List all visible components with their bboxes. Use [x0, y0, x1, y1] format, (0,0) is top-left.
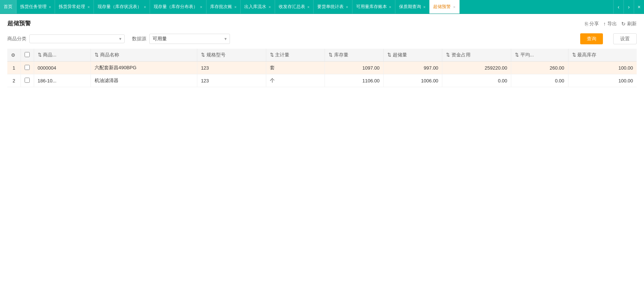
- nav-next-button[interactable]: ›: [623, 0, 634, 14]
- capital-cell: 0.00: [442, 74, 511, 87]
- unit-cell: 个: [266, 74, 325, 87]
- nav-home[interactable]: 首页: [0, 0, 17, 14]
- share-icon: ⎘: [585, 21, 588, 27]
- avg-cell: 0.00: [511, 74, 568, 87]
- chevron-down-icon: ▾: [224, 36, 227, 41]
- category-filter: 商品分类 ▾: [7, 34, 125, 43]
- table-row: 1 0000004 六配套新昌490BPG 123 套 1097.00 997.…: [7, 62, 637, 74]
- page-title: 超储预警: [7, 20, 31, 27]
- max-stock-cell: 100.00: [568, 62, 637, 74]
- spec-cell: 123: [197, 74, 266, 87]
- category-label: 商品分类: [7, 36, 26, 42]
- nav-collect-summary[interactable]: 收发存汇总表 ×: [275, 0, 314, 14]
- close-icon[interactable]: ×: [87, 5, 89, 9]
- datasource-label: 数据源: [132, 36, 146, 42]
- column-avg[interactable]: ⇅ 平均...: [511, 49, 568, 62]
- data-table: ⚙ ⇅ 商品... ⇅ 商品名称 ⇅ 规格型号 ⇅ 主计量 ⇅: [7, 49, 637, 87]
- row-checkbox-cell[interactable]: [21, 74, 34, 87]
- table-header-row: ⚙ ⇅ 商品... ⇅ 商品名称 ⇅ 规格型号 ⇅ 主计量 ⇅: [7, 49, 637, 62]
- filter-row: 商品分类 ▾ 数据源 可用量 ▾ 查询 设置: [7, 33, 637, 44]
- nav-close-button[interactable]: ×: [634, 0, 644, 14]
- close-icon[interactable]: ×: [144, 5, 146, 9]
- nav-inventory-status[interactable]: 现存量（库存状况表） ×: [94, 0, 150, 14]
- product-name-cell: 六配套新昌490BPG: [91, 62, 197, 74]
- column-unit[interactable]: ⇅ 主计量: [266, 49, 325, 62]
- row-num-cell: 2: [7, 74, 21, 87]
- nav-overstock-warning[interactable]: 超储预警 ×: [429, 0, 459, 14]
- row-num-cell: 1: [7, 62, 21, 74]
- row-checkbox[interactable]: [25, 78, 30, 83]
- close-icon[interactable]: ×: [307, 5, 310, 9]
- row-checkbox-cell[interactable]: [21, 62, 34, 74]
- product-code-cell: 186-10...: [34, 74, 91, 87]
- export-button[interactable]: ↑ 导出: [603, 21, 617, 27]
- nav-inventory-dist[interactable]: 现存量（库存分布表） ×: [150, 0, 206, 14]
- category-select[interactable]: ▾: [29, 34, 125, 43]
- max-stock-cell: 100.00: [568, 74, 637, 87]
- nav-picking-exception[interactable]: 拣货异常处理 ×: [55, 0, 94, 14]
- stock-cell: 1097.00: [325, 62, 383, 74]
- column-gear[interactable]: ⚙: [7, 49, 21, 62]
- nav-available-account[interactable]: 可用量库存账本 ×: [352, 0, 395, 14]
- share-button[interactable]: ⎘ 分享: [585, 21, 599, 27]
- column-stock[interactable]: ⇅ 库存量: [325, 49, 383, 62]
- nav-expiry-query[interactable]: 保质期查询 ×: [395, 0, 429, 14]
- close-icon[interactable]: ×: [389, 5, 391, 9]
- close-icon[interactable]: ×: [234, 5, 237, 9]
- stock-cell: 1106.00: [325, 74, 383, 87]
- datasource-select[interactable]: 可用量 ▾: [149, 34, 230, 44]
- product-name-cell: 机油滤清器: [91, 74, 197, 87]
- gear-icon: ⚙: [11, 52, 15, 58]
- column-capital[interactable]: ⇅ 资金占用: [442, 49, 511, 62]
- capital-cell: 259220.00: [442, 62, 511, 74]
- datasource-value: 可用量: [153, 36, 167, 42]
- column-spec[interactable]: ⇅ 规格型号: [197, 49, 266, 62]
- spec-cell: 123: [197, 62, 266, 74]
- overstock-cell: 997.00: [384, 62, 442, 74]
- close-icon[interactable]: ×: [268, 5, 271, 9]
- close-icon[interactable]: ×: [49, 5, 51, 9]
- column-product-name[interactable]: ⇅ 商品名称: [91, 49, 197, 62]
- avg-cell: 260.00: [511, 62, 568, 74]
- product-code-cell: 0000004: [34, 62, 91, 74]
- select-all-checkbox[interactable]: [25, 52, 30, 57]
- close-icon[interactable]: ×: [346, 5, 348, 9]
- close-icon[interactable]: ×: [423, 5, 425, 9]
- column-checkbox-all[interactable]: [21, 49, 34, 62]
- query-button[interactable]: 查询: [580, 33, 603, 44]
- close-icon[interactable]: ×: [200, 5, 202, 9]
- overstock-cell: 1006.00: [384, 74, 442, 87]
- header-actions: ⎘ 分享 ↑ 导出 ↻ 刷新: [585, 21, 637, 27]
- nav-inventory-batch[interactable]: 库存批次账 ×: [206, 0, 241, 14]
- unit-cell: 套: [266, 62, 325, 74]
- nav-picking-task[interactable]: 拣货任务管理 ×: [17, 0, 55, 14]
- refresh-button[interactable]: ↻ 刷新: [621, 21, 637, 27]
- column-overstock[interactable]: ⇅ 超储量: [384, 49, 442, 62]
- nav-order-stats[interactable]: 要货单统计表 ×: [314, 0, 352, 14]
- table-row: 2 186-10... 机油滤清器 123 个 1106.00 1006.00 …: [7, 74, 637, 87]
- nav-inout-flow[interactable]: 出入库流水 ×: [241, 0, 275, 14]
- nav-prev-button[interactable]: ‹: [613, 0, 623, 14]
- column-product-code[interactable]: ⇅ 商品...: [34, 49, 91, 62]
- nav-arrows: ‹ › ×: [613, 0, 644, 14]
- refresh-icon: ↻: [621, 21, 626, 27]
- chevron-down-icon: ▾: [119, 36, 121, 41]
- column-max-stock[interactable]: ⇅ 最高库存: [568, 49, 637, 62]
- close-icon[interactable]: ×: [453, 5, 455, 9]
- page-content: 超储预警 ⎘ 分享 ↑ 导出 ↻ 刷新 商品分类 ▾ 数据源: [0, 14, 644, 293]
- datasource-filter: 数据源 可用量 ▾: [132, 34, 230, 44]
- top-navigation: 首页 拣货任务管理 × 拣货异常处理 × 现存量（库存状况表） × 现存量（库存…: [0, 0, 644, 14]
- export-icon: ↑: [603, 21, 606, 27]
- row-checkbox[interactable]: [25, 65, 30, 70]
- page-header: 超储预警 ⎘ 分享 ↑ 导出 ↻ 刷新: [7, 20, 637, 27]
- settings-button[interactable]: 设置: [613, 33, 637, 44]
